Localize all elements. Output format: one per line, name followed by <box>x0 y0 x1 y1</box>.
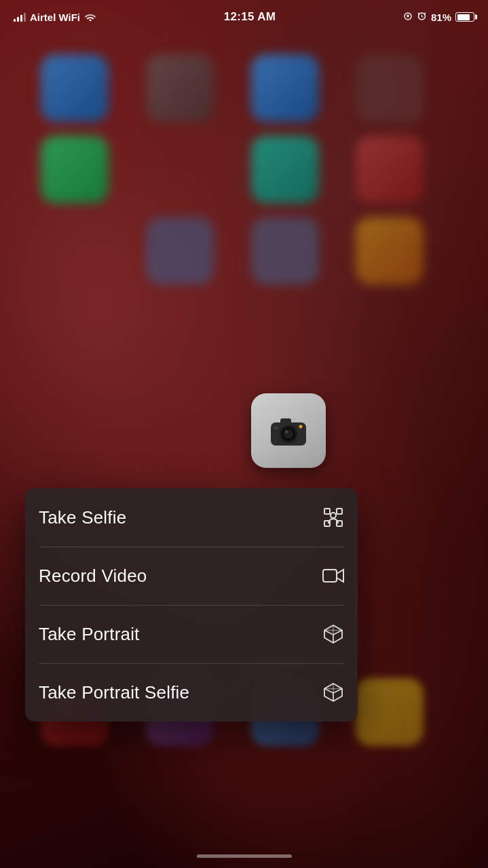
wifi-icon <box>84 12 96 23</box>
svg-rect-8 <box>280 418 291 424</box>
video-icon <box>322 565 344 587</box>
take-selfie-item[interactable]: Take Selfie <box>25 488 358 547</box>
signal-icon <box>14 12 26 22</box>
status-right: 81% <box>403 11 474 23</box>
home-indicator[interactable] <box>197 854 292 858</box>
svg-rect-16 <box>323 570 337 582</box>
record-video-label: Record Video <box>39 566 147 587</box>
cube-icon <box>322 623 344 645</box>
svg-rect-12 <box>337 509 342 514</box>
status-left: Airtel WiFi <box>14 12 96 23</box>
battery-icon <box>455 12 474 22</box>
context-menu: Take Selfie Record Video Take Portrait <box>25 488 358 722</box>
take-portrait-label: Take Portrait <box>39 624 140 645</box>
take-portrait-selfie-item[interactable]: Take Portrait Selfie <box>25 663 358 722</box>
svg-rect-1 <box>407 14 409 17</box>
take-portrait-selfie-label: Take Portrait Selfie <box>39 682 189 703</box>
svg-point-9 <box>299 425 303 429</box>
time-display: 12:15 AM <box>224 10 276 24</box>
status-bar: Airtel WiFi 12:15 AM 81% <box>0 0 488 34</box>
svg-point-7 <box>285 431 288 434</box>
take-portrait-item[interactable]: Take Portrait <box>25 605 358 663</box>
overlay-dim <box>0 0 488 868</box>
camera-app-icon[interactable] <box>251 393 326 468</box>
record-video-item[interactable]: Record Video <box>25 547 358 605</box>
svg-point-15 <box>331 513 336 518</box>
lock-rotation-icon <box>403 12 413 23</box>
cube-icon-2 <box>322 682 344 703</box>
person-frame-icon <box>322 507 344 528</box>
svg-point-6 <box>284 429 293 439</box>
battery-percent: 81% <box>431 12 451 23</box>
svg-rect-11 <box>324 509 330 514</box>
alarm-icon <box>417 11 427 23</box>
carrier-label: Airtel WiFi <box>30 12 80 23</box>
svg-rect-10 <box>274 426 278 429</box>
take-selfie-label: Take Selfie <box>39 507 126 528</box>
